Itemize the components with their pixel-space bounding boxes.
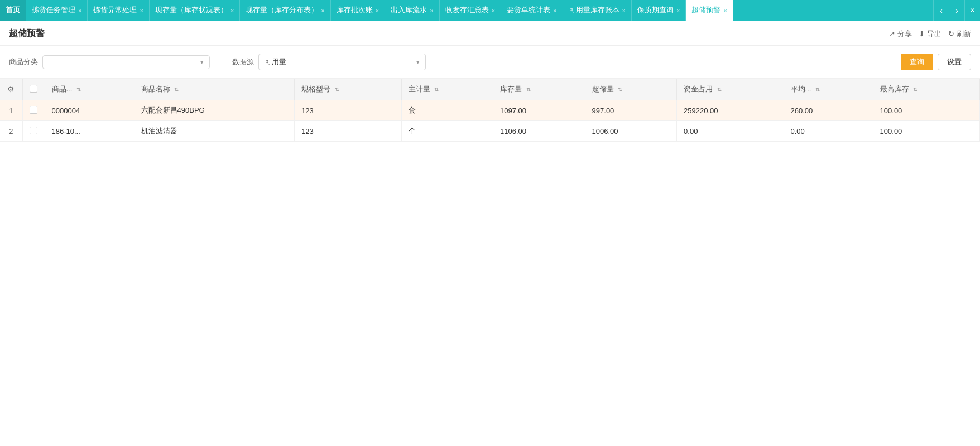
export-icon: ⬇ — [919, 30, 925, 38]
refresh-button[interactable]: ↻ 刷新 — [948, 29, 971, 39]
cell-product-code: 186-10... — [45, 121, 134, 142]
th-spec[interactable]: 规格型号 ⇅ — [295, 79, 401, 100]
nav-close-task-mgmt[interactable]: × — [78, 7, 81, 14]
datasource-filter-item: 数据源 可用量 ▾ — [232, 54, 426, 70]
datasource-chevron-icon: ▾ — [416, 59, 420, 66]
category-filter-item: 商品分类 ▾ — [9, 55, 210, 69]
cell-unit: 套 — [401, 100, 493, 121]
nav-close-available-stock[interactable]: × — [622, 7, 626, 14]
share-icon: ↗ — [889, 30, 895, 38]
row-checkbox[interactable] — [30, 127, 37, 134]
cell-index: 2 — [0, 121, 22, 142]
export-label: 导出 — [927, 29, 941, 39]
th-unit[interactable]: 主计量 ⇅ — [401, 79, 493, 100]
th-capital[interactable]: 资金占用 ⇅ — [677, 79, 784, 100]
datasource-select[interactable]: 可用量 ▾ — [258, 54, 426, 70]
cell-product-name: 机油滤清器 — [134, 121, 295, 142]
cell-avg: 0.00 — [784, 121, 873, 142]
category-label: 商品分类 — [9, 57, 38, 67]
avg-sort-icon: ⇅ — [815, 86, 820, 93]
nav-item-recv-summary[interactable]: 收发存汇总表 × — [440, 0, 501, 21]
nav-item-inout-flow[interactable]: 出入库流水 × — [385, 0, 439, 21]
th-product-name[interactable]: 商品名称 ⇅ — [134, 79, 295, 100]
th-max-stock[interactable]: 最高库存 ⇅ — [873, 79, 979, 100]
product-code-sort-icon: ⇅ — [76, 86, 81, 93]
cell-overstock: 997.00 — [585, 100, 677, 121]
nav-stock-dist-label: 现存量（库存分布表） — [246, 6, 318, 15]
nav-item-task-mgmt[interactable]: 拣货任务管理 × — [26, 0, 88, 21]
cell-product-name: 六配套新昌490BPG — [134, 100, 295, 121]
th-stock[interactable]: 库存量 ⇅ — [493, 79, 585, 100]
category-select[interactable]: ▾ — [42, 55, 210, 69]
settings-icon[interactable]: ⚙ — [7, 85, 15, 94]
nav-close-recv-summary[interactable]: × — [492, 7, 495, 14]
nav-close-overstock[interactable]: × — [723, 7, 727, 14]
th-max-stock-label: 最高库存 — [880, 85, 909, 93]
th-gear[interactable]: ⚙ — [0, 79, 22, 100]
select-all-checkbox[interactable] — [30, 85, 37, 93]
settings-button[interactable]: 设置 — [938, 54, 971, 70]
nav-item-batch[interactable]: 库存批次账 × — [331, 0, 385, 21]
nav-item-home[interactable]: 首页 — [0, 0, 26, 21]
th-product-code-label: 商品... — [52, 85, 73, 93]
share-button[interactable]: ↗ 分享 — [889, 29, 912, 39]
cell-checkbox[interactable] — [22, 100, 45, 121]
nav-task-mgmt-label: 拣货任务管理 — [32, 6, 75, 15]
th-checkbox[interactable] — [22, 79, 45, 100]
nav-close-all-button[interactable]: × — [964, 0, 980, 21]
nav-close-expiry[interactable]: × — [676, 7, 680, 14]
cell-stock: 1097.00 — [493, 100, 585, 121]
nav-close-stock-dist[interactable]: × — [321, 7, 324, 14]
unit-sort-icon: ⇅ — [434, 86, 439, 93]
nav-item-available-stock[interactable]: 可用量库存账本 × — [563, 0, 632, 21]
nav-close-exception[interactable]: × — [140, 7, 143, 14]
nav-recv-summary-label: 收发存汇总表 — [445, 6, 489, 15]
nav-item-overstock[interactable]: 超储预警 × — [686, 0, 733, 21]
query-button[interactable]: 查询 — [901, 54, 933, 70]
cell-avg: 260.00 — [784, 100, 873, 121]
table-container: ⚙ 商品... ⇅ 商品名称 ⇅ 规格型号 ⇅ — [0, 79, 980, 142]
cell-stock: 1106.00 — [493, 121, 585, 142]
row-checkbox[interactable] — [30, 106, 37, 114]
th-avg[interactable]: 平均... ⇅ — [784, 79, 873, 100]
nav-inout-flow-label: 出入库流水 — [391, 6, 427, 15]
nav-close-order-stats[interactable]: × — [553, 7, 556, 14]
th-avg-label: 平均... — [791, 85, 811, 93]
th-product-code[interactable]: 商品... ⇅ — [45, 79, 134, 100]
cell-max-stock: 100.00 — [873, 100, 979, 121]
refresh-icon: ↻ — [948, 30, 954, 38]
page-header: 超储预警 ↗ 分享 ⬇ 导出 ↻ 刷新 — [0, 21, 980, 46]
nav-item-stock-dist[interactable]: 现存量（库存分布表） × — [240, 0, 330, 21]
nav-next-arrow[interactable]: › — [949, 0, 964, 21]
nav-item-order-stats[interactable]: 要货单统计表 × — [501, 0, 563, 21]
th-overstock-label: 超储量 — [592, 85, 614, 93]
table-row: 2 186-10... 机油滤清器 123 个 1106.00 1006.00 … — [0, 121, 980, 142]
spec-sort-icon: ⇅ — [335, 86, 339, 93]
nav-exception-label: 拣货异常处理 — [93, 6, 137, 15]
th-overstock[interactable]: 超储量 ⇅ — [585, 79, 677, 100]
datasource-label: 数据源 — [232, 57, 254, 67]
cell-checkbox[interactable] — [22, 121, 45, 142]
cell-capital: 259220.00 — [677, 100, 784, 121]
cell-index: 1 — [0, 100, 22, 121]
nav-close-stock-status[interactable]: × — [230, 7, 234, 14]
table-body: 1 0000004 六配套新昌490BPG 123 套 1097.00 997.… — [0, 100, 980, 142]
nav-arrows: ‹ › × — [933, 0, 980, 21]
filter-area: 商品分类 ▾ 数据源 可用量 ▾ 查询 设置 — [0, 46, 980, 79]
data-table: ⚙ 商品... ⇅ 商品名称 ⇅ 规格型号 ⇅ — [0, 79, 980, 142]
cell-spec: 123 — [295, 121, 401, 142]
th-capital-label: 资金占用 — [684, 85, 713, 93]
nav-close-inout-flow[interactable]: × — [430, 7, 433, 14]
nav-batch-label: 库存批次账 — [337, 6, 373, 15]
share-label: 分享 — [897, 29, 912, 39]
cell-capital: 0.00 — [677, 121, 784, 142]
nav-prev-arrow[interactable]: ‹ — [933, 0, 949, 21]
nav-item-expiry[interactable]: 保质期查询 × — [632, 0, 686, 21]
export-button[interactable]: ⬇ 导出 — [919, 29, 941, 39]
nav-item-stock-status[interactable]: 现存量（库存状况表） × — [150, 0, 240, 21]
nav-home-label: 首页 — [6, 6, 20, 15]
nav-item-exception[interactable]: 拣货异常处理 × — [88, 0, 149, 21]
nav-close-batch[interactable]: × — [376, 7, 379, 14]
cell-product-code: 0000004 — [45, 100, 134, 121]
capital-sort-icon: ⇅ — [717, 86, 722, 93]
